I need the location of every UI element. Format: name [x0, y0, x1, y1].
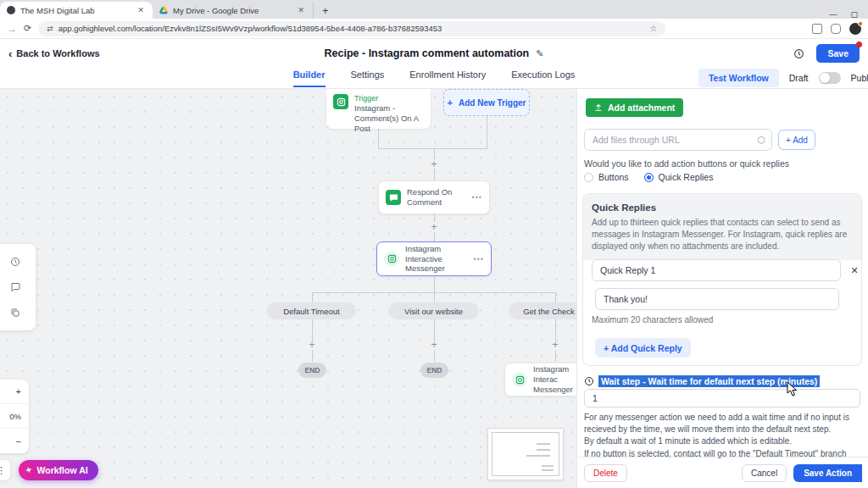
- connector-line: [434, 319, 435, 341]
- zoom-in-button[interactable]: +: [0, 380, 29, 404]
- connector-line: [378, 148, 487, 149]
- connector-line: [312, 319, 313, 341]
- file-url-input[interactable]: [584, 129, 772, 151]
- history-tool-icon[interactable]: [0, 249, 36, 274]
- tab-settings[interactable]: Settings: [351, 69, 385, 87]
- extension-icon[interactable]: [812, 24, 822, 34]
- save-action-button[interactable]: Save Action: [793, 464, 862, 482]
- remove-quick-reply-icon[interactable]: ✕: [846, 262, 862, 279]
- add-step-icon[interactable]: +: [552, 340, 558, 350]
- wait-time-input[interactable]: [584, 389, 860, 408]
- node-label: Instagram Interactive Messenger: [405, 244, 468, 274]
- tab-close-icon[interactable]: ✕: [136, 6, 146, 14]
- comment-icon: [386, 190, 401, 205]
- tab-builder[interactable]: Builder: [293, 69, 326, 87]
- connector-line: [434, 232, 435, 241]
- end-node: END: [298, 363, 326, 378]
- instagram-messenger-node-2[interactable]: Instagram Interac Messenger: [504, 363, 576, 396]
- tab-title: My Drive - Google Drive: [173, 6, 291, 15]
- radio-buttons-label: Buttons: [598, 172, 629, 182]
- instagram-icon: [333, 94, 348, 109]
- wait-step-row: Wait step - Wait time for default next s…: [584, 375, 820, 387]
- extensions-menu-icon[interactable]: [831, 24, 841, 34]
- notification-dot: [858, 21, 863, 26]
- version-history-icon[interactable]: [793, 48, 804, 59]
- node-label: Respond On Comment: [407, 187, 466, 208]
- trigger-label: Trigger: [354, 94, 424, 103]
- wait-step-label: Wait step - Wait time for default next s…: [598, 375, 820, 387]
- sparkle-icon: ✦: [25, 465, 33, 475]
- instagram-icon: [384, 252, 399, 267]
- minimize-icon[interactable]: —: [829, 10, 837, 19]
- publish-toggle[interactable]: [819, 72, 841, 84]
- wait-step-description: For any messenger action we need to add …: [584, 412, 864, 460]
- add-step-icon[interactable]: +: [431, 159, 437, 169]
- tab-enrollment-history[interactable]: Enrollment History: [409, 69, 486, 87]
- tag-icon: ⬡: [757, 135, 765, 146]
- radio-buttons-option[interactable]: Buttons: [584, 172, 629, 182]
- radio-quick-replies-option[interactable]: Quick Replies: [644, 172, 714, 182]
- action-settings-panel: Add attachment ⬡ + Add Would you like to…: [576, 89, 868, 488]
- copy-tool-icon[interactable]: [0, 300, 36, 325]
- branch-visit-website[interactable]: Visit our website: [388, 302, 479, 319]
- plus-icon: +: [448, 97, 453, 108]
- add-step-icon[interactable]: +: [309, 340, 314, 350]
- back-to-workflows-link[interactable]: ‹ Back to Workflows: [8, 47, 100, 60]
- canvas-more-button[interactable]: ⋮: [0, 460, 10, 480]
- quick-replies-header: Quick Replies Add up to thirteen quick r…: [583, 194, 861, 260]
- minimap-viewport: [492, 432, 559, 476]
- maximize-icon[interactable]: ▢: [850, 10, 858, 19]
- add-quick-reply-button[interactable]: + Add Quick Reply: [595, 338, 691, 358]
- branch-get-the-check[interactable]: Get the Check: [509, 302, 576, 319]
- workflow-canvas[interactable]: + + + + + Trigger Instagram - Comment(s)…: [0, 89, 576, 488]
- workflow-ai-button[interactable]: ✦ Workflow AI: [19, 460, 98, 480]
- add-attachment-button[interactable]: Add attachment: [586, 98, 683, 117]
- forward-icon[interactable]: →: [7, 23, 17, 35]
- browser-tabstrip: The MSH Digital Lab ✕ My Drive - Google …: [0, 0, 868, 19]
- app-header: ‹ Back to Workflows Recipe - Instagram c…: [0, 39, 868, 68]
- save-button[interactable]: Save: [816, 44, 860, 63]
- add-new-trigger-label: Add New Trigger: [459, 98, 526, 108]
- add-new-trigger-button[interactable]: + Add New Trigger: [443, 89, 530, 116]
- profile-avatar[interactable]: [849, 23, 861, 35]
- respond-on-comment-node[interactable]: Respond On Comment •••: [378, 180, 490, 214]
- tab-switch-icon: ⇄: [47, 25, 53, 33]
- clock-icon: [584, 376, 594, 386]
- tab-close-icon[interactable]: ✕: [296, 6, 306, 14]
- reload-icon[interactable]: ⟳: [24, 23, 31, 34]
- add-step-icon[interactable]: +: [431, 340, 437, 350]
- quick-reply-text-input[interactable]: [595, 288, 839, 310]
- new-tab-button[interactable]: +: [322, 4, 329, 19]
- browser-tab-msh[interactable]: The MSH Digital Lab ✕: [0, 2, 153, 19]
- tab-execution-logs[interactable]: Execution Logs: [511, 69, 575, 87]
- url-bar[interactable]: ⇄ app.gohighlevel.com/location/Ezvkv8n1l…: [38, 21, 665, 36]
- upload-icon: [594, 103, 603, 112]
- zoom-out-button[interactable]: −: [0, 429, 29, 453]
- node-menu-icon[interactable]: •••: [472, 193, 482, 202]
- canvas-zoom-controls: + 0% −: [0, 380, 29, 453]
- delete-button[interactable]: Delete: [584, 464, 627, 482]
- connector-line: [434, 292, 435, 302]
- trigger-node[interactable]: Trigger Instagram - Comment(s) On A Post: [326, 89, 431, 129]
- reply-type-radios: Buttons Quick Replies: [584, 172, 713, 182]
- connector-line: [312, 292, 313, 302]
- wait-desc-line1: For any messenger action we need to add …: [584, 412, 864, 435]
- node-menu-icon[interactable]: •••: [474, 255, 484, 263]
- comment-tool-icon[interactable]: [0, 274, 36, 300]
- browser-action-icons: [812, 23, 861, 35]
- cancel-button[interactable]: Cancel: [742, 464, 787, 482]
- test-workflow-button[interactable]: Test Workflow: [698, 69, 779, 87]
- add-url-button[interactable]: + Add: [778, 130, 815, 150]
- instagram-messenger-node[interactable]: Instagram Interactive Messenger •••: [376, 241, 492, 276]
- workflow-ai-label: Workflow AI: [37, 465, 88, 475]
- bookmark-star-icon[interactable]: ☆: [649, 24, 657, 33]
- wait-desc-line2: By default a wait of 1 minute is added w…: [584, 435, 864, 447]
- quick-reply-1-input[interactable]: [592, 259, 841, 281]
- quick-replies-title: Quick Replies: [592, 202, 853, 213]
- canvas-minimap[interactable]: [487, 428, 564, 480]
- edit-title-icon[interactable]: ✎: [536, 48, 543, 59]
- browser-tab-drive[interactable]: My Drive - Google Drive ✕: [153, 2, 314, 19]
- branch-default-timeout[interactable]: Default Timeout: [267, 302, 356, 319]
- google-drive-icon: [159, 6, 168, 14]
- add-step-icon[interactable]: +: [431, 222, 437, 232]
